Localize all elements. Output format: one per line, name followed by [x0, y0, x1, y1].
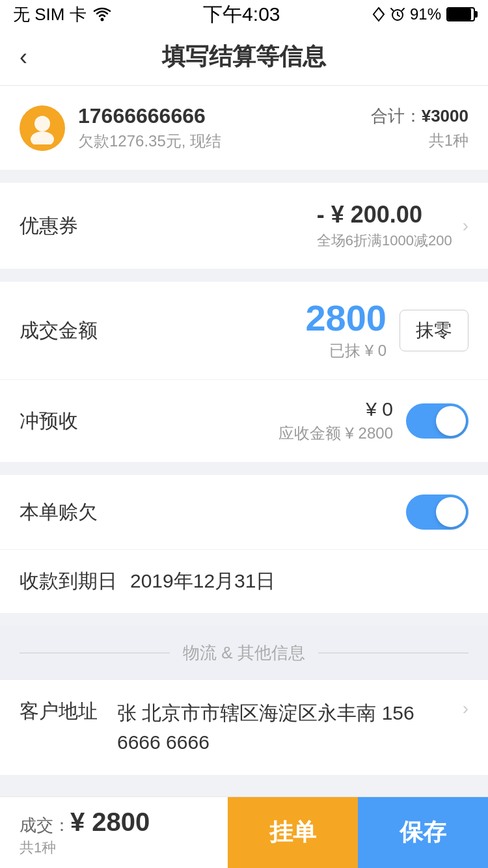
prereceive-label: 冲预收 — [20, 408, 78, 435]
erase-button[interactable]: 抹零 — [400, 310, 468, 351]
save-button[interactable]: 保存 — [358, 797, 488, 869]
bottom-count: 共1种 — [20, 838, 208, 858]
prereceive-row: 冲预收 ¥ 0 应收金额 ¥ 2800 — [0, 379, 488, 462]
address-card[interactable]: 客户地址 张 北京市市辖区海淀区永丰南 156 6666 6666 › — [0, 680, 488, 775]
logistics-line-left — [20, 653, 170, 653]
coupon-right: - ¥ 200.00 全场6折满1000减200 › — [317, 201, 468, 251]
customer-row: 17666666666 欠款1276.35元, 现结 合计：¥3000 共1种 — [0, 86, 488, 170]
status-left: 无 SIM 卡 — [13, 3, 111, 26]
wifi-icon — [93, 7, 111, 21]
logistics-divider: 物流 & 其他信息 — [0, 626, 488, 680]
prereceive-right: ¥ 0 应收金额 ¥ 2800 — [278, 398, 468, 444]
bottom-summary: 成交：¥ 2800 共1种 — [0, 807, 228, 858]
hang-button[interactable]: 挂单 — [228, 797, 358, 869]
prereceive-sub: 应收金额 ¥ 2800 — [278, 423, 393, 444]
duedate-label: 收款到期日 — [20, 568, 117, 595]
svg-point-4 — [34, 116, 50, 131]
transaction-right: 2800 已抹 ¥ 0 抹零 — [305, 300, 468, 361]
coupon-value-wrap: - ¥ 200.00 全场6折满1000减200 — [317, 201, 452, 251]
debt-row: 本单赊欠 — [0, 475, 488, 549]
prereceive-toggle[interactable] — [406, 403, 468, 439]
logistics-text: 物流 & 其他信息 — [183, 642, 305, 664]
battery-percent: 91% — [410, 5, 441, 23]
status-right: 91% — [372, 5, 475, 23]
avatar — [20, 105, 65, 151]
avatar-icon — [26, 112, 59, 144]
customer-card: 17666666666 欠款1276.35元, 现结 合计：¥3000 共1种 — [0, 86, 488, 170]
coupon-desc: 全场6折满1000减200 — [317, 231, 452, 251]
address-chevron: › — [463, 698, 468, 719]
svg-point-0 — [100, 18, 103, 21]
toggle-knob — [436, 406, 466, 436]
battery-icon — [446, 7, 475, 21]
content: 17666666666 欠款1276.35元, 现结 合计：¥3000 共1种 … — [0, 86, 488, 860]
svg-point-5 — [31, 131, 54, 144]
sim-label: 无 SIM 卡 — [13, 3, 87, 26]
transaction-row: 成交金额 2800 已抹 ¥ 0 抹零 — [0, 282, 488, 379]
coupon-discount: - ¥ 200.00 — [317, 201, 452, 228]
customer-left: 17666666666 欠款1276.35元, 现结 — [20, 104, 221, 152]
svg-line-3 — [398, 15, 400, 16]
coupon-label: 优惠券 — [20, 213, 78, 239]
customer-subtext: 欠款1276.35元, 现结 — [78, 131, 221, 152]
transaction-amount: 2800 — [305, 300, 386, 336]
duedate-value: 2019年12月31日 — [130, 568, 275, 595]
amount-card: 成交金额 2800 已抹 ¥ 0 抹零 冲预收 ¥ 0 应收金额 ¥ 2800 — [0, 282, 488, 462]
coupon-row[interactable]: 优惠券 - ¥ 200.00 全场6折满1000减200 › — [0, 183, 488, 269]
nav-bar: ‹ 填写结算等信息 — [0, 29, 488, 86]
total-label: 合计：¥3000 — [371, 105, 468, 128]
bottom-deal-amount: ¥ 2800 — [70, 807, 150, 836]
bottom-deal-label: 成交：¥ 2800 — [20, 807, 208, 837]
prereceive-amount: ¥ 0 — [278, 398, 393, 420]
location-icon — [372, 7, 385, 22]
bottom-bar: 成交：¥ 2800 共1种 挂单 保存 — [0, 796, 488, 868]
page-title: 填写结算等信息 — [162, 41, 326, 73]
total-count: 共1种 — [371, 130, 468, 151]
customer-right: 合计：¥3000 共1种 — [371, 105, 468, 151]
debt-toggle[interactable] — [406, 495, 468, 530]
erased-label: 已抹 ¥ 0 — [305, 340, 386, 361]
status-time: 下午4:03 — [203, 1, 280, 28]
coupon-chevron: › — [463, 215, 468, 236]
back-button[interactable]: ‹ — [20, 44, 27, 71]
address-label: 客户地址 — [20, 698, 98, 725]
debt-card: 本单赊欠 收款到期日 2019年12月31日 — [0, 475, 488, 613]
debt-label: 本单赊欠 — [20, 499, 98, 526]
coupon-card: 优惠券 - ¥ 200.00 全场6折满1000减200 › — [0, 183, 488, 269]
prereceive-amount-wrap: ¥ 0 应收金额 ¥ 2800 — [278, 398, 393, 444]
status-bar: 无 SIM 卡 下午4:03 91% — [0, 0, 488, 29]
customer-info: 17666666666 欠款1276.35元, 现结 — [78, 104, 221, 152]
transaction-label: 成交金额 — [20, 318, 98, 344]
alarm-icon — [390, 7, 405, 21]
address-value: 张 北京市市辖区海淀区永丰南 156 6666 6666 — [117, 698, 452, 757]
duedate-row: 收款到期日 2019年12月31日 — [0, 549, 488, 613]
logistics-line-right — [318, 653, 468, 653]
amount-value-wrap: 2800 已抹 ¥ 0 — [305, 300, 386, 361]
debt-toggle-knob — [436, 497, 466, 527]
customer-phone: 17666666666 — [78, 104, 221, 128]
